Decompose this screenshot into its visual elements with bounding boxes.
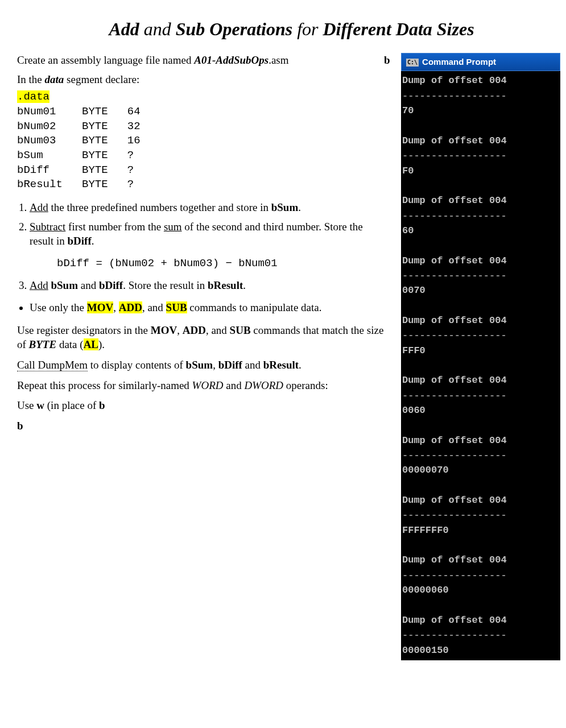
title-word-sub: Sub Operations — [176, 19, 292, 39]
title-word-add: Add — [109, 19, 139, 39]
console-output: Dump of offset 004 ------------------ 70… — [401, 71, 560, 660]
call-dumpmem-1: Call DumpMem to display contents of bSum… — [17, 358, 384, 373]
page-title: Add and Sub Operations for Different Dat… — [17, 17, 566, 42]
word-prefix-note: Use w (in place of b — [17, 398, 384, 413]
intro-line-2: In the data segment declare: — [17, 72, 384, 87]
data-declarations: bNum01 BYTE 64 bNum02 BYTE 32 bNum03 BYT… — [17, 105, 141, 191]
command-prompt-title: Command Prompt — [422, 57, 496, 67]
step-3: Add bSum and bDiff. Store the result in … — [30, 278, 384, 293]
bullet-list-1: Use only the MOV, ADD, and SUB commands … — [30, 300, 384, 315]
steps-list: Add the three predefined numbers togethe… — [30, 200, 384, 249]
data-segment: .data bNum01 BYTE 64 bNum02 BYTE 32 bNum… — [17, 90, 384, 192]
command-prompt-titlebar: C:\Command Prompt — [401, 53, 560, 71]
title-word-sizes: Different Data Sizes — [323, 19, 474, 39]
command-prompt-window: C:\Command Prompt Dump of offset 004 ---… — [401, 53, 560, 660]
register-byte-note: Use register designators in the MOV, ADD… — [17, 323, 384, 352]
instructions-column: Create an assembly language file named A… — [17, 53, 384, 433]
bullet-mov-add-sub-1: Use only the MOV, ADD, and SUB commands … — [30, 300, 384, 315]
repeat-note: Repeat this process for similarly-named … — [17, 378, 384, 393]
steps-list-cont: Add bSum and bDiff. Store the result in … — [30, 278, 384, 293]
step-2: Subtract first number from the sum of th… — [30, 220, 384, 249]
intro-line-1: Create an assembly language file named A… — [17, 53, 384, 68]
data-directive: .data — [17, 90, 49, 103]
formula: bDiff = (bNum02 + bNum03) − bNum01 — [57, 257, 384, 271]
step-1: Add the three predefined numbers togethe… — [30, 200, 384, 215]
command-prompt-icon: C:\ — [406, 59, 419, 67]
